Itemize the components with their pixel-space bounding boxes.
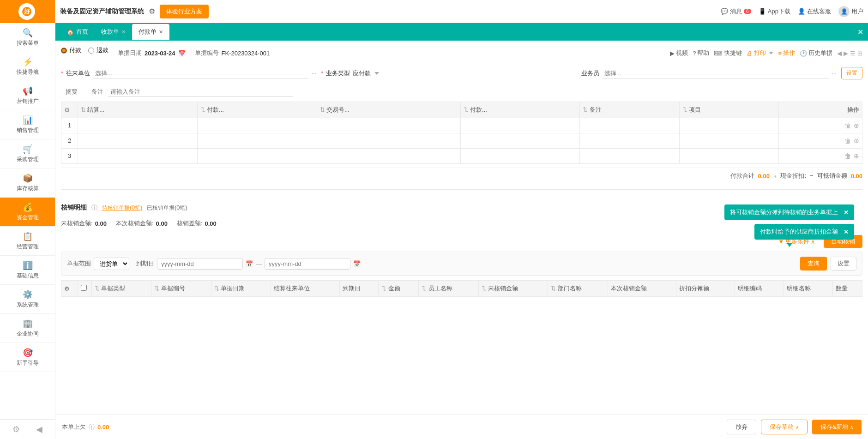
refund-radio-input[interactable] xyxy=(88,48,94,54)
current-label: 本次核销金额: xyxy=(116,219,154,228)
staff-input[interactable] xyxy=(602,68,829,78)
cell-account-2[interactable] xyxy=(197,133,317,149)
next-arrow-icon[interactable]: ▶ xyxy=(844,50,848,57)
sidebar-item-sales[interactable]: 📊 销售管理 xyxy=(0,110,55,139)
list-view-icon[interactable]: ☰ xyxy=(850,50,856,57)
print-btn[interactable]: 🖨 打印 xyxy=(747,49,773,57)
settings-bottom-icon[interactable]: ⚙ xyxy=(12,424,20,434)
sidebar-item-purchase[interactable]: 🛒 采购管理 xyxy=(0,139,55,168)
cell-transaction-3[interactable] xyxy=(317,149,460,164)
setup-button[interactable]: 设置 xyxy=(831,257,856,271)
sidebar-item-label: 系统管理 xyxy=(17,301,39,309)
sidebar-item-basic-info[interactable]: ℹ️ 基础信息 xyxy=(0,256,55,285)
sort-bth2: ⇅ xyxy=(154,285,159,292)
bth-gear[interactable]: ⚙ xyxy=(61,281,78,297)
cell-amount-2[interactable] xyxy=(460,133,580,149)
cell-project-1[interactable] xyxy=(679,118,778,133)
service-icon: 👤 xyxy=(798,8,805,15)
remark-note-input[interactable] xyxy=(108,87,293,97)
doc-range-select[interactable]: 进货单 xyxy=(94,258,129,270)
close-receipt-icon[interactable]: ✕ xyxy=(121,29,126,35)
help-btn[interactable]: ? 帮助 xyxy=(693,49,709,57)
message-button[interactable]: 💬 消息 6 xyxy=(721,7,751,16)
calendar-to-icon[interactable]: 📅 xyxy=(353,260,361,267)
cell-settlement-3[interactable] xyxy=(78,149,198,164)
online-service-button[interactable]: 👤 在线客服 xyxy=(798,7,831,16)
sidebar-item-enterprise[interactable]: 🏢 企业协同 xyxy=(0,314,55,343)
remark-row: 摘要 备注 xyxy=(61,87,862,97)
sidebar-item-inventory[interactable]: 📦 库存核算 xyxy=(0,168,55,198)
cell-settlement-2[interactable] xyxy=(78,133,198,149)
copy-row-icon-3[interactable]: ⊕ xyxy=(854,152,859,160)
sort-bth7: ⇅ xyxy=(381,285,386,292)
staff-more-icon[interactable]: ··· xyxy=(832,70,837,77)
calendar-icon[interactable]: 📅 xyxy=(178,50,186,57)
footer-total-info-icon[interactable]: ⓘ xyxy=(89,423,95,431)
tab-home[interactable]: 🏠 首页 xyxy=(60,24,95,40)
delete-row-icon-2[interactable]: 🗑 xyxy=(844,137,851,144)
cell-amount-1[interactable] xyxy=(460,118,580,133)
cell-remark-1[interactable] xyxy=(580,118,679,133)
operations-btn[interactable]: ≡ 操作 xyxy=(778,49,795,57)
video-btn[interactable]: ▶ 视频 xyxy=(670,49,688,57)
sidebar-item-capital[interactable]: 💰 资金管理 xyxy=(0,198,55,227)
sidebar-item-marketing[interactable]: 📢 营销推广 xyxy=(0,81,55,110)
query-button[interactable]: 查询 xyxy=(800,257,827,271)
split-tooltip-close[interactable]: ✕ xyxy=(844,209,849,216)
settings-icon[interactable]: ⚙ xyxy=(149,7,155,16)
tab-payment[interactable]: 付款单 ✕ xyxy=(132,24,169,40)
th-gear[interactable]: ⚙ xyxy=(61,102,78,118)
shortcut-btn[interactable]: ⌨ 快捷键 xyxy=(714,49,742,57)
business-type-value: 应付款 xyxy=(353,69,371,78)
draft-button[interactable]: 保存草稿 ∧ xyxy=(761,420,808,434)
sidebar-item-system[interactable]: ⚙️ 系统管理 xyxy=(0,285,55,314)
collapse-icon[interactable]: ◀ xyxy=(36,424,42,434)
payment-radio[interactable]: 付款 xyxy=(61,46,81,54)
pending-tab-link[interactable]: 待核销单据(0笔) xyxy=(102,204,142,212)
close-payment-icon[interactable]: ✕ xyxy=(159,29,163,35)
cell-remark-2[interactable] xyxy=(580,133,679,149)
copy-row-icon-1[interactable]: ⊕ xyxy=(854,122,859,129)
save-new-button[interactable]: 保存&新增 ∧ xyxy=(812,420,862,434)
verified-tab-link[interactable]: 已核销单据(0笔) xyxy=(147,204,187,212)
discount-tooltip-close[interactable]: ✕ xyxy=(844,229,849,235)
help-icon: ? xyxy=(693,50,696,57)
copy-row-icon-2[interactable]: ⊕ xyxy=(854,137,859,144)
refund-radio[interactable]: 退款 xyxy=(88,46,108,54)
close-all-tabs-icon[interactable]: ✕ xyxy=(857,28,863,36)
cell-transaction-1[interactable] xyxy=(317,118,460,133)
app-download-button[interactable]: 📱 App下载 xyxy=(759,7,790,16)
cell-account-1[interactable] xyxy=(197,118,317,133)
history-btn[interactable]: 🕐 历史单据 xyxy=(800,49,832,57)
due-date-to-input[interactable] xyxy=(265,258,350,270)
tab-receipt[interactable]: 收款单 ✕ xyxy=(95,24,132,40)
discard-button[interactable]: 放弃 xyxy=(727,420,756,434)
prev-arrow-icon[interactable]: ◀ xyxy=(837,50,842,57)
sidebar-item-quick-nav[interactable]: ⚡ 快捷导航 xyxy=(0,52,55,81)
set-button[interactable]: 设置 xyxy=(841,67,862,79)
cell-project-2[interactable] xyxy=(679,133,778,149)
save-new-chevron-icon: ∧ xyxy=(850,425,853,430)
delete-row-icon-1[interactable]: 🗑 xyxy=(844,122,851,129)
select-all-checkbox[interactable] xyxy=(81,285,87,291)
grid-view-icon[interactable]: ⊞ xyxy=(857,50,862,57)
cell-transaction-2[interactable] xyxy=(317,133,460,149)
cell-account-3[interactable] xyxy=(197,149,317,164)
cell-remark-3[interactable] xyxy=(580,149,679,164)
trial-button[interactable]: 体验行业方案 xyxy=(160,5,209,18)
due-date-from-input[interactable] xyxy=(157,258,243,270)
bth-checkbox[interactable] xyxy=(78,281,92,297)
user-button[interactable]: 👤 用户 xyxy=(838,6,863,17)
payment-radio-input[interactable] xyxy=(61,48,67,54)
verification-info-icon[interactable]: ⓘ xyxy=(91,204,97,212)
sidebar-item-search[interactable]: 🔍 搜索菜单 xyxy=(0,23,55,52)
cell-project-3[interactable] xyxy=(679,149,778,164)
counterparty-input[interactable] xyxy=(93,68,308,78)
cell-settlement-1[interactable] xyxy=(78,118,198,133)
cell-amount-3[interactable] xyxy=(460,149,580,164)
calendar-from-icon[interactable]: 📅 xyxy=(246,260,253,267)
sidebar-item-operations[interactable]: 📋 经营管理 xyxy=(0,227,55,256)
delete-row-icon-3[interactable]: 🗑 xyxy=(844,152,851,160)
sidebar-item-new-guide[interactable]: 🎯 新手引导 xyxy=(0,343,55,372)
counterparty-more-icon[interactable]: ··· xyxy=(311,70,316,77)
